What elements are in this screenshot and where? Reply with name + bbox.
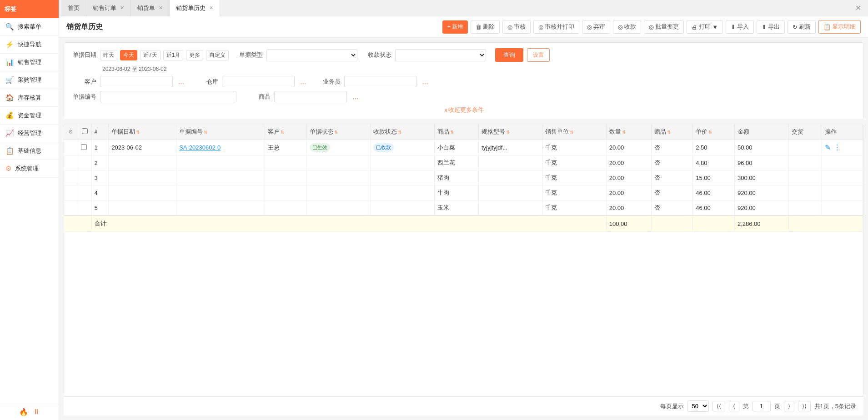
doc-no-input[interactable] xyxy=(100,91,236,102)
row1-select[interactable] xyxy=(81,144,87,150)
col-goods[interactable]: 商品⇅ xyxy=(434,124,478,140)
query-button[interactable]: 查询 xyxy=(495,48,523,62)
tab-sales-order[interactable]: 销售订单 ✕ xyxy=(86,0,131,16)
pause-icon[interactable]: ⏸ xyxy=(33,408,40,416)
import-button[interactable]: ⬇ 导入 xyxy=(726,20,754,34)
customer-input[interactable] xyxy=(100,76,173,87)
new-button[interactable]: + 新增 xyxy=(442,20,468,34)
date-custom[interactable]: 自定义 xyxy=(206,50,229,60)
refresh-button[interactable]: ↻ 刷新 xyxy=(788,20,816,34)
delete-button[interactable]: 🗑 删除 xyxy=(471,20,500,34)
date-yesterday[interactable]: 昨天 xyxy=(100,50,117,60)
warehouse-input[interactable] xyxy=(222,76,295,87)
col-settings[interactable]: ⚙ xyxy=(64,124,78,140)
row5-transaction xyxy=(789,200,822,216)
filter-doc-type: 单据类型 xyxy=(238,49,357,61)
sidebar-item-search-menu[interactable]: 🔍 搜索菜单 xyxy=(0,18,59,36)
per-page-label: 每页显示 xyxy=(660,402,684,410)
page-label: 第 xyxy=(743,402,749,410)
tab-bar-close-all[interactable]: ✕ xyxy=(851,4,866,12)
goods-picker[interactable]: ... xyxy=(352,93,358,101)
date-more[interactable]: 更多 xyxy=(186,50,203,60)
col-spec[interactable]: 规格型号⇅ xyxy=(478,124,542,140)
row2-price: 4.80 xyxy=(693,155,735,170)
col-transaction: 交货 xyxy=(789,124,822,140)
per-page-select[interactable]: 50 xyxy=(687,400,709,412)
filter-customer: 客户 ... xyxy=(71,76,184,87)
salesperson-picker[interactable]: ... xyxy=(422,78,428,86)
print-button[interactable]: 🖨 打印 ▼ xyxy=(687,20,723,34)
collect-button[interactable]: ◎ 收款 xyxy=(613,20,641,34)
page-title: 销货单历史 xyxy=(66,22,103,32)
row1-doc-no-link[interactable]: SA-20230602-0 xyxy=(179,144,221,151)
col-date[interactable]: 单据日期⇅ xyxy=(109,124,176,140)
customer-picker[interactable]: ... xyxy=(178,78,184,86)
export-button[interactable]: ⬆ 导出 xyxy=(757,20,785,34)
close-tab-sales-order[interactable]: ✕ xyxy=(120,5,124,11)
show-detail-button[interactable]: 📋 显示明细 xyxy=(818,20,861,34)
col-doc-status[interactable]: 单据状态⇅ xyxy=(306,124,370,140)
sidebar-item-operations[interactable]: 📈 经营管理 xyxy=(0,125,59,142)
fire-icon[interactable]: 🔥 xyxy=(19,408,28,416)
row5-gear xyxy=(64,200,78,216)
col-qty[interactable]: 数量⇅ xyxy=(606,124,651,140)
tab-sales-history[interactable]: 销货单历史 ✕ xyxy=(170,0,220,16)
filter-date: 单据日期 昨天 今天 近7天 近1月 更多 自定义 xyxy=(71,50,229,60)
row1-gift: 否 xyxy=(651,140,693,155)
page-number-input[interactable] xyxy=(753,401,771,411)
row1-actions: ✎ ⋮ xyxy=(822,140,863,155)
setting-button[interactable]: 设置 xyxy=(527,48,550,62)
row3-price: 15.00 xyxy=(693,170,735,185)
col-price[interactable]: 单价⇅ xyxy=(693,124,735,140)
close-tab-sales-history[interactable]: ✕ xyxy=(209,5,213,11)
goods-input[interactable] xyxy=(274,91,347,102)
salesperson-input[interactable] xyxy=(344,76,417,87)
col-gift[interactable]: 赠品⇅ xyxy=(651,124,693,140)
row4-checkbox xyxy=(78,185,91,200)
discard-button[interactable]: ◎ 弃审 xyxy=(582,20,610,34)
tab-home[interactable]: 首页 xyxy=(61,0,86,16)
col-doc-no[interactable]: 单据编号⇅ xyxy=(176,124,265,140)
sidebar-item-sales-mgmt[interactable]: 📊 销售管理 xyxy=(0,54,59,71)
date-today[interactable]: 今天 xyxy=(120,50,137,60)
doc-type-select[interactable] xyxy=(266,49,357,61)
pagination-first[interactable]: ⟨⟨ xyxy=(712,401,725,411)
audit-print-button[interactable]: ◎ 审核并打印 xyxy=(533,20,579,34)
sidebar-item-finance[interactable]: 💰 资金管理 xyxy=(0,107,59,125)
sidebar-item-quick-nav[interactable]: ⚡ 快捷导航 xyxy=(0,36,59,54)
tab-sales-delivery[interactable]: 销货单 ✕ xyxy=(131,0,170,16)
select-all-checkbox[interactable] xyxy=(82,128,88,134)
audit-button[interactable]: ◎ 审核 xyxy=(502,20,531,34)
col-customer[interactable]: 客户⇅ xyxy=(265,124,307,140)
sidebar-item-sys-mgmt[interactable]: ⚙ 系统管理 xyxy=(0,160,59,178)
collapse-button[interactable]: ∧ 收起更多条件 xyxy=(71,106,856,114)
row5-spec xyxy=(478,200,542,216)
sidebar-item-base-info[interactable]: 📋 基础信息 xyxy=(0,142,59,160)
date-1month[interactable]: 近1月 xyxy=(163,50,184,60)
audit-print-icon: ◎ xyxy=(538,24,543,30)
import-icon: ⬇ xyxy=(731,24,736,30)
row4-payment-status xyxy=(371,185,434,200)
pagination-prev[interactable]: ⟨ xyxy=(729,401,739,411)
sidebar-item-purchase-mgmt[interactable]: 🛒 采购管理 xyxy=(0,71,59,89)
row1-more-btn[interactable]: ⋮ xyxy=(833,143,841,152)
sidebar-item-inventory[interactable]: 🏠 库存核算 xyxy=(0,89,59,107)
row1-edit-btn[interactable]: ✎ xyxy=(825,143,831,152)
row4-amount: 920.00 xyxy=(734,185,788,200)
row3-amount: 300.00 xyxy=(734,170,788,185)
pagination-next[interactable]: ⟩ xyxy=(784,401,794,411)
pagination-last[interactable]: ⟩⟩ xyxy=(798,401,811,411)
payment-status-select[interactable] xyxy=(395,49,486,61)
warehouse-picker[interactable]: ... xyxy=(300,78,306,86)
col-unit[interactable]: 销售单位⇅ xyxy=(542,124,606,140)
row5-doc-no xyxy=(176,200,265,216)
close-tab-sales-delivery[interactable]: ✕ xyxy=(159,5,163,11)
row3-doc-status xyxy=(306,170,370,185)
row4-customer xyxy=(265,185,307,200)
row3-unit: 千克 xyxy=(542,170,606,185)
date-7days[interactable]: 近7天 xyxy=(140,50,161,60)
summary-gift xyxy=(651,215,693,232)
col-payment-status[interactable]: 收款状态⇅ xyxy=(371,124,434,140)
batch-change-button[interactable]: ◎ 批量变更 xyxy=(644,20,684,34)
filter-area: 单据日期 昨天 今天 近7天 近1月 更多 自定义 单据类型 收款状态 xyxy=(64,42,863,120)
